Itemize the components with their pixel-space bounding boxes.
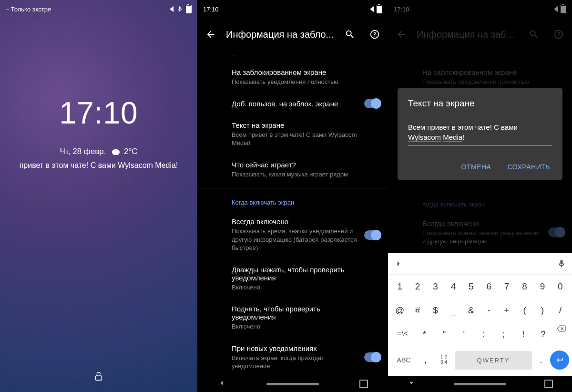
key[interactable]: :	[474, 324, 493, 344]
key[interactable]: 0	[552, 277, 569, 297]
key[interactable]: 7	[498, 277, 515, 297]
status-time: 17:10	[203, 6, 219, 13]
toggle-always-on[interactable]	[364, 230, 380, 240]
keyboard-row-3: =\< *"':;!?	[388, 322, 572, 346]
key[interactable]: 9	[533, 277, 551, 297]
nav-bar	[388, 376, 572, 392]
key[interactable]: ;	[494, 324, 513, 344]
keyboard-row-2: @#$_&-+()/	[388, 299, 572, 322]
key[interactable]: 5	[462, 277, 480, 297]
key-period[interactable]: .	[534, 350, 548, 370]
nav-bar	[197, 376, 388, 392]
battery-icon	[186, 5, 192, 13]
item-on-lockscreen[interactable]: На заблокированном экране Показывать уве…	[197, 62, 388, 93]
app-bar: Информация на забло...	[197, 22, 388, 47]
key[interactable]: 1	[391, 277, 409, 297]
item-new-notifications[interactable]: При новых уведомлениях Включать экран, к…	[197, 338, 388, 376]
mic-icon	[176, 6, 183, 12]
nav-back-icon[interactable]	[217, 379, 226, 389]
nav-recent[interactable]	[544, 380, 553, 388]
nav-home[interactable]	[454, 383, 506, 385]
carrier-text: – Только экстре	[6, 6, 51, 13]
nav-home[interactable]	[266, 383, 319, 385]
spacebar[interactable]: QWERTY	[455, 351, 532, 370]
lock-date-weather: Чт, 28 февр. 2°C	[0, 147, 197, 156]
dialog-text-input[interactable]: Всем привет в этом чате! С вами Wylsacom…	[408, 122, 552, 146]
key[interactable]: 6	[480, 277, 498, 297]
nav-down-icon[interactable]	[407, 379, 416, 389]
status-bar: 17:10	[197, 0, 388, 16]
key[interactable]: '	[454, 324, 474, 344]
key[interactable]: /	[552, 300, 569, 320]
nav-recent[interactable]	[359, 380, 368, 388]
key[interactable]: )	[533, 300, 551, 320]
section-when-turn-on: Когда включать экран	[197, 191, 388, 211]
key[interactable]: 3	[427, 277, 444, 297]
cloud-icon	[112, 149, 120, 155]
key[interactable]: (	[516, 300, 533, 320]
settings-phone: 17:10 Информация на забло... ... На забл…	[197, 0, 388, 392]
status-bar: – Только экстре	[0, 0, 197, 16]
key[interactable]: *	[415, 324, 434, 344]
keyboard[interactable]: 1234567890 @#$_&-+()/ =\< *"':;!? ABC , …	[388, 253, 572, 376]
item-lockscreen-text[interactable]: Текст на экране Всем привет в этом чате!…	[197, 114, 388, 154]
enter-key[interactable]	[550, 351, 569, 370]
item-add-users[interactable]: Доб. пользов. на заблок. экране	[197, 93, 388, 114]
item-now-playing[interactable]: Что сейчас играет? Показывать, какая муз…	[197, 154, 388, 186]
svg-rect-0	[96, 376, 102, 380]
key-comma[interactable]: ,	[419, 350, 433, 370]
key[interactable]: +	[498, 300, 515, 320]
key[interactable]: 4	[444, 277, 462, 297]
keyboard-row-1: 1234567890	[388, 275, 572, 299]
battery-icon	[377, 5, 382, 13]
key[interactable]: !	[513, 324, 533, 344]
search-button[interactable]	[340, 25, 359, 44]
save-button[interactable]: СОХРАНИТЬ	[505, 159, 552, 175]
divider	[197, 188, 388, 188]
key[interactable]: ?	[533, 324, 553, 344]
lock-clock: 17:10	[0, 95, 197, 131]
key[interactable]: @	[391, 300, 409, 320]
key[interactable]: #	[409, 300, 426, 320]
backspace-key[interactable]	[553, 324, 569, 344]
key-symbols[interactable]: =\<	[391, 324, 415, 344]
wifi-icon	[366, 6, 374, 12]
lock-message: привет в этом чате! С вами Wylsacom Medi…	[0, 161, 197, 170]
dialog-title: Текст на экране	[408, 98, 552, 109]
item-lift-to-check[interactable]: Поднять, чтобы проверить уведомления Вкл…	[197, 298, 388, 338]
settings-phone-dialog: 17:10 Информация на забло... ... На забл…	[388, 0, 572, 392]
unlock-icon[interactable]	[93, 370, 104, 384]
key[interactable]: _	[444, 300, 462, 320]
page-title: Информация на забло...	[226, 29, 335, 40]
wifi-icon	[166, 6, 174, 12]
key[interactable]: 8	[516, 277, 533, 297]
item-double-tap[interactable]: Дважды нажать, чтобы проверить уведомлен…	[197, 259, 388, 299]
toggle-new-notifications[interactable]	[364, 352, 380, 362]
key[interactable]: &	[462, 300, 480, 320]
cancel-button[interactable]: ОТМЕНА	[460, 159, 493, 175]
key-fractions[interactable]: 1 2 3 4	[435, 355, 453, 365]
help-button[interactable]	[365, 25, 384, 44]
back-button[interactable]	[201, 25, 220, 44]
key[interactable]: "	[434, 324, 454, 344]
settings-list[interactable]: ... На заблокированном экране Показывать…	[197, 48, 388, 376]
key[interactable]: 2	[409, 277, 426, 297]
chevron-right-icon[interactable]	[394, 259, 403, 270]
item-always-on[interactable]: Всегда включено Показывать время, значки…	[197, 211, 388, 259]
text-on-screen-dialog: Текст на экране Всем привет в этом чате!…	[398, 88, 562, 180]
lockscreen-phone: – Только экстре 17:10 Чт, 28 февр. 2°C п…	[0, 0, 197, 392]
mic-icon[interactable]	[557, 259, 566, 270]
key[interactable]: $	[427, 300, 444, 320]
hint-what-to-show: ...	[197, 48, 388, 62]
toggle-add-users[interactable]	[364, 99, 380, 108]
key[interactable]: -	[480, 300, 498, 320]
key-abc[interactable]: ABC	[391, 356, 417, 364]
